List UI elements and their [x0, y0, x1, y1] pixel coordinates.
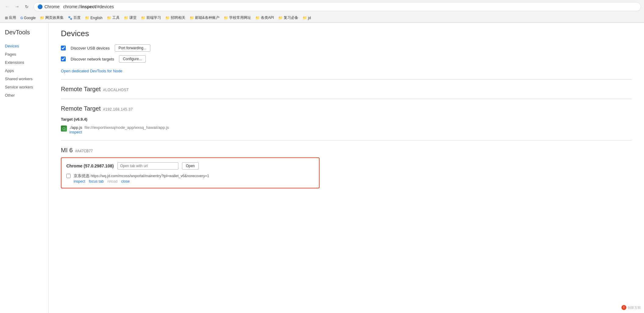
bookmark-class[interactable]: 📁 课堂 [122, 15, 138, 21]
folder-icon-email: 📁 [190, 16, 194, 20]
forward-button[interactable]: → [13, 2, 21, 11]
nodejs-icon: ⬡ [61, 126, 67, 132]
bookmark-english[interactable]: 📁 English [83, 15, 104, 21]
sidebar: DevTools Devices Pages Extensions Apps S… [0, 23, 49, 313]
tab-close-link[interactable]: close [121, 179, 130, 184]
divider-2 [61, 99, 632, 99]
tab-actions: inspect focus tab reload close [74, 179, 314, 184]
folder-icon: 📁 [40, 16, 44, 20]
port-forwarding-button[interactable]: Port forwarding... [115, 44, 150, 52]
bookmark-google[interactable]: G Google [19, 15, 37, 21]
review-label: 复习必备 [284, 15, 298, 20]
checkbox-row-usb: Discover USB devices Port forwarding... [61, 44, 632, 52]
remote-target-localhost-title: Remote Target [61, 86, 101, 93]
bookmark-school[interactable]: 📁 学校常用网址 [222, 15, 253, 21]
tab-reload-link[interactable]: reload [107, 179, 117, 184]
bookmark-baidu[interactable]: 🐾 百度 [66, 15, 82, 21]
target-entry: ⬡ ./app.js file:///export/wxsq/node_app/… [61, 125, 632, 134]
school-label: 学校常用网址 [229, 15, 251, 20]
tab-title: 京东优选 [74, 174, 89, 178]
folder-icon-tools: 📁 [107, 16, 111, 20]
target-inspect-link[interactable]: inspect [69, 130, 82, 134]
bookmark-webeffects[interactable]: 📁 网页效果集 [38, 15, 65, 21]
discover-network-label: Discover network targets [71, 57, 114, 61]
folder-icon-api: 📁 [255, 16, 260, 20]
email-label: 邮箱&各种账户 [195, 15, 219, 20]
class-label: 课堂 [129, 15, 137, 20]
folder-icon-english: 📁 [85, 16, 89, 20]
sidebar-item-devices[interactable]: Devices [0, 42, 48, 50]
address-bar[interactable]: 🔵 Chrome chrome://inspect/#devices [33, 2, 641, 11]
discover-network-checkbox[interactable] [61, 57, 66, 61]
tab-row: 京东优选 https://wq.jd.com/mcoss/wxportal/ma… [66, 173, 314, 184]
sidebar-item-extensions[interactable]: Extensions [0, 58, 48, 67]
google-icon: G [20, 16, 23, 20]
tab-info: 京东优选 https://wq.jd.com/mcoss/wxportal/ma… [74, 173, 314, 184]
bookmark-email[interactable]: 📁 邮箱&各种账户 [188, 15, 221, 21]
sidebar-item-shared-workers[interactable]: Shared workers [0, 75, 48, 83]
device-section: MI 6 #A47CB77 Chrome (57.0.2987.108) Ope… [61, 147, 632, 188]
bookmark-frontend[interactable]: 📁 前端学习 [139, 15, 163, 21]
bookmark-tools[interactable]: 📁 工具 [105, 15, 121, 21]
devtools-title: DevTools [0, 29, 48, 42]
bookmark-api[interactable]: 📁 各类API [254, 15, 276, 21]
sidebar-item-pages[interactable]: Pages [0, 50, 48, 58]
tab-focus-link[interactable]: focus tab [89, 179, 104, 184]
jobs-label: 招聘相关 [171, 15, 185, 20]
browser-name: Chrome [44, 4, 60, 9]
target-filepath: file:///export/wxsq/node_app/wxsq_hawaii… [85, 125, 169, 130]
folder-icon-frontend: 📁 [141, 16, 145, 20]
tab-inspect-link[interactable]: inspect [74, 179, 85, 184]
remote-target-ip-title: Remote Target [61, 105, 101, 112]
device-name: MI 6 [61, 147, 73, 154]
baidu-label: 百度 [73, 15, 81, 20]
bookmark-review[interactable]: 📁 复习必备 [276, 15, 300, 21]
remote-target-ip-header: Remote Target #192.168.145.37 [61, 105, 632, 112]
checkbox-row-network: Discover network targets Configure... [61, 55, 632, 63]
configure-button[interactable]: Configure... [119, 55, 146, 63]
folder-icon-class: 📁 [124, 16, 128, 20]
divider-1 [61, 79, 632, 80]
webeffects-label: 网页效果集 [45, 15, 64, 20]
remote-target-localhost-header: Remote Target #LOCALHOST [61, 86, 632, 93]
api-label: 各类API [261, 15, 274, 20]
open-tab-input[interactable] [117, 162, 178, 170]
sidebar-item-other[interactable]: Other [0, 91, 48, 99]
content-area: Devices Discover USB devices Port forwar… [49, 23, 644, 313]
device-id: #A47CB77 [75, 149, 93, 153]
page-title: Devices [61, 29, 632, 38]
bookmark-jobs[interactable]: 📁 招聘相关 [163, 15, 187, 21]
tab-checkbox[interactable] [66, 174, 71, 178]
apps-label: 应用 [9, 15, 16, 20]
target-filename: ./app.js [69, 125, 82, 130]
google-label: Google [24, 16, 36, 20]
target-version-label: Target (v6.9.4) [61, 117, 632, 122]
checkbox-section: Discover USB devices Port forwarding... … [61, 44, 632, 63]
english-label: English [90, 16, 102, 20]
baidu-icon: 🐾 [68, 16, 72, 20]
devtools-node-link[interactable]: Open dedicated DevTools for Node [61, 69, 122, 73]
back-button[interactable]: ← [3, 2, 12, 11]
jd-label: jd [308, 16, 311, 20]
discover-usb-checkbox[interactable] [61, 46, 66, 50]
device-chrome-row: Chrome (57.0.2987.108) Open [66, 162, 314, 170]
divider-3 [61, 140, 632, 141]
site-icon: 🔵 [37, 4, 43, 9]
discover-usb-label: Discover USB devices [71, 46, 110, 50]
bookmark-jd[interactable]: 📁 jd [301, 15, 313, 21]
device-box: Chrome (57.0.2987.108) Open 京东优选 https:/… [61, 157, 320, 188]
sidebar-item-service-workers[interactable]: Service workers [0, 83, 48, 91]
bookmark-apps[interactable]: ⊞ 应用 [3, 15, 18, 21]
folder-icon-jd: 📁 [303, 16, 307, 20]
watermark-icon: © [621, 305, 626, 310]
device-header: MI 6 #A47CB77 [61, 147, 632, 154]
open-tab-button[interactable]: Open [182, 162, 199, 170]
tab-url: https://wq.jd.com/mcoss/wxportal/mainent… [91, 174, 209, 178]
apps-icon: ⊞ [5, 16, 8, 20]
folder-icon-review: 📁 [278, 16, 283, 20]
sidebar-item-apps[interactable]: Apps [0, 67, 48, 75]
url-text: Chrome chrome://inspect/#devices [44, 4, 114, 9]
remote-target-ip-subtitle: #192.168.145.37 [103, 107, 133, 112]
frontend-label: 前端学习 [146, 15, 161, 20]
reload-button[interactable]: ↻ [23, 2, 31, 11]
